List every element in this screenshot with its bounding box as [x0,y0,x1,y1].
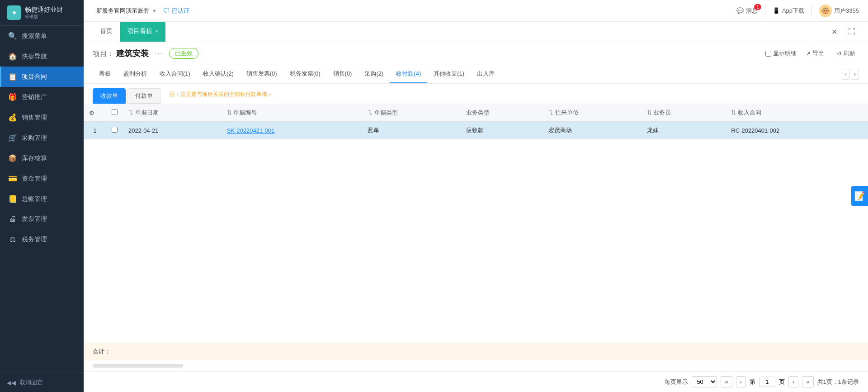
th-salesperson: ⇅ 业务员 [642,104,726,122]
sidebar-item-ledger[interactable]: 📒总账管理 [0,189,84,209]
page-total: 共1页，1条记录 [817,378,859,386]
sub-tab-purchase[interactable]: 采购(2) [358,65,390,83]
page-prev-button[interactable]: ‹ [736,376,746,387]
show-detail-checkbox[interactable]: 显示明细 [765,49,797,57]
code-link[interactable]: SK-20220421-001 [227,127,275,134]
cell-salesperson: 龙妹 [642,122,726,139]
table-head: ⚙ ⇅ 单据日期 ⇅ 单据编号 [84,104,868,122]
sub-tab-sales[interactable]: 销售(0) [327,65,359,83]
sidebar-footer-pin[interactable]: ◀◀ 取消固定 [0,373,84,392]
payment-tab[interactable]: 付款单 [127,88,160,104]
row-checkbox-0[interactable] [112,127,118,133]
sub-tab-profit[interactable]: 盈利分析 [117,65,153,83]
per-page-label: 每页显示 [665,378,688,386]
sidebar-item-purchase[interactable]: 🛒采购管理 [0,128,84,148]
refresh-button[interactable]: ↺ 刷新 [833,48,859,59]
sub-tabs: 看板盈利分析收入合同(1)收入确认(2)销售发票(0)税务发票(0)销售(0)采… [84,65,868,84]
topbar: 新服务官网演示账套 ▼ 🛡 已认证 💬 消息 1 📱 App下载 🐵 用 [84,0,868,22]
page-last-button[interactable]: » [802,376,813,387]
page-input[interactable] [759,377,775,387]
sidebar-icon-search: 🔍 [8,32,17,40]
unpin-label: 取消固定 [19,378,43,387]
sub-tab-prev[interactable]: ‹ [842,69,850,80]
sidebar-item-contract[interactable]: 📋项目合同 [0,67,84,87]
payment-tab-label: 付款单 [135,92,153,99]
th-income-contract: ⇅ 收入合同 [726,104,868,122]
sort-icon6: ⇅ [731,109,736,116]
page-content: 项目：建筑安装 ··· 已生效 显示明细 ↗ 导出 ↺ 刷新 [84,42,868,392]
sort-icon3: ⇅ [368,109,373,116]
th-check [106,104,123,122]
fullscreen-icon[interactable]: ⛶ [844,25,859,39]
tabs-actions: ✕ ⛶ [828,25,859,39]
th-type-label: 单据类型 [374,109,398,116]
sub-tab-kanban[interactable]: 看板 [93,65,117,83]
project-name: 建筑安装 [116,49,149,58]
sub-tab-sales_invoice[interactable]: 销售发票(0) [240,65,283,83]
sidebar-item-sales[interactable]: 💰销售管理 [0,107,84,128]
sidebar-label-purchase: 采购管理 [22,134,47,142]
sidebar-item-marketing[interactable]: 🎁营销推广 [0,87,84,107]
th-type: ⇅ 单据类型 [362,104,461,122]
header-actions: 显示明细 ↗ 导出 ↺ 刷新 [765,48,859,59]
messages-button[interactable]: 💬 消息 1 [736,7,758,15]
pagination: 每页显示 50 100 « ‹ 第 页 › » 共1页，1条记录 [84,371,868,392]
sub-tab-other_expense[interactable]: 其他收支(1) [427,65,471,83]
tab-close-icon[interactable]: × [155,28,158,34]
export-label: 导出 [812,49,824,57]
th-date: ⇅ 单据日期 [123,104,222,122]
feedback-button[interactable]: 📝 [851,186,868,206]
cell-code: SK-20220421-001 [222,122,362,139]
sidebar-icon-purchase: 🛒 [8,134,17,142]
sub-tab-warehouse[interactable]: 出入库 [471,65,501,83]
sub-tab-income_contract[interactable]: 收入合同(1) [153,65,197,83]
sidebar-item-quicknav[interactable]: 🏠快捷导航 [0,46,84,67]
tab-home-label: 首页 [100,27,113,35]
sidebar-item-invoice[interactable]: 🖨发票管理 [0,209,84,229]
sidebar-label-tax: 税务管理 [22,235,47,244]
select-all-checkbox[interactable] [112,109,118,115]
more-button[interactable]: ··· [154,49,164,58]
app-download-button[interactable]: 📱 App下载 [773,7,804,15]
account-selector[interactable]: 新服务官网演示账套 ▼ [93,5,160,17]
inner-tabs-bar: 收款单 付款单 注：这里是与项目关联的全部收付款单哦～ [84,84,868,104]
close-icon[interactable]: ✕ [828,25,841,39]
status-badge: 已生效 [169,48,198,59]
cell-check [106,122,123,139]
cell-date: 2022-04-21 [123,122,222,139]
sidebar-label-invoice: 发票管理 [22,215,47,223]
avatar: 🐵 [819,5,832,17]
sub-tab-income_confirm[interactable]: 收入确认(2) [197,65,240,83]
table-wrapper: ⚙ ⇅ 单据日期 ⇅ 单据编号 [84,104,868,343]
sidebar-icon-sales: 💰 [8,113,17,122]
page-header: 项目：建筑安装 ··· 已生效 显示明细 ↗ 导出 ↺ 刷新 [84,42,868,65]
th-income-contract-label: 收入合同 [738,109,761,116]
sidebar-item-search[interactable]: 🔍搜索菜单 [0,26,84,46]
sub-tab-next[interactable]: › [851,69,859,80]
export-icon: ↗ [806,50,811,57]
sub-tab-receipt[interactable]: 收付款(4) [390,65,427,83]
page-first-button[interactable]: « [721,376,732,387]
sidebar-label-marketing: 营销推广 [22,93,47,101]
divider [765,6,765,15]
fake-scrollbar[interactable] [93,364,183,368]
account-name: 新服务官网演示账套 [96,7,149,15]
tab-home[interactable]: 首页 [93,22,120,42]
receipt-tab[interactable]: 收款单 [93,88,126,104]
settings-icon[interactable]: ⚙ [89,110,94,116]
show-detail-input[interactable] [765,51,771,57]
sidebar-label-finance: 资金管理 [22,175,47,183]
th-code: ⇅ 单据编号 [222,104,362,122]
shield-icon: 🛡 [163,7,170,14]
tab-kanban[interactable]: 项目看板 × [120,22,165,42]
sidebar-item-tax[interactable]: ⚖税务管理 [0,229,84,249]
sidebar-item-inventory[interactable]: 📦库存核算 [0,148,84,168]
export-button[interactable]: ↗ 导出 [802,48,828,59]
sidebar-icon-quicknav: 🏠 [8,52,17,61]
per-page-select[interactable]: 50 100 [692,376,717,387]
user-button[interactable]: 🐵 用户3355 [819,5,859,17]
page-next-button[interactable]: › [788,376,798,387]
cell-type: 蓝单 [362,122,461,139]
sidebar-item-finance[interactable]: 💳资金管理 [0,168,84,189]
sub-tab-tax_invoice[interactable]: 税务发票(0) [283,65,327,83]
